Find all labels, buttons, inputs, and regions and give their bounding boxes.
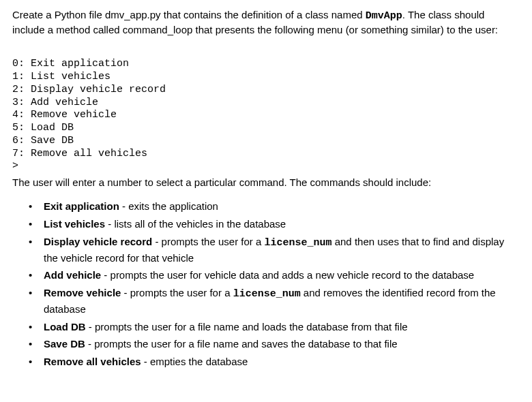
list-item: Add vehicle - prompts the user for vehic… bbox=[44, 268, 520, 283]
command-name: Load DB bbox=[44, 321, 86, 333]
list-item: Exit application - exits the application bbox=[44, 199, 520, 214]
command-desc: - lists all of the vehicles in the datab… bbox=[105, 218, 286, 230]
list-item: Remove all vehicles - empties the databa… bbox=[44, 354, 520, 369]
list-item: Save DB - prompts the user for a file na… bbox=[44, 337, 520, 352]
menu-line-6: 6: Save DB bbox=[12, 135, 74, 146]
command-name: Save DB bbox=[44, 338, 85, 350]
classname-code: DmvApp bbox=[366, 10, 402, 22]
menu-line-2: 2: Display vehicle record bbox=[12, 84, 166, 95]
list-item: Remove vehicle - prompts the user for a … bbox=[44, 285, 520, 317]
command-name: Display vehicle record bbox=[44, 236, 152, 247]
list-item: List vehicles - lists all of the vehicle… bbox=[44, 217, 520, 232]
command-desc: - prompts the user for vehicle data and … bbox=[101, 269, 474, 281]
command-desc: - exits the application bbox=[119, 200, 218, 212]
intro-paragraph: Create a Python file dmv_app.py that con… bbox=[12, 8, 520, 37]
license-num-code: license_num bbox=[264, 237, 331, 249]
menu-line-0: 0: Exit application bbox=[12, 58, 129, 69]
menu-line-7: 7: Remove all vehicles bbox=[12, 148, 147, 159]
menu-line-3: 3: Add vehicle bbox=[12, 97, 98, 108]
command-desc: - empties the database bbox=[141, 356, 248, 367]
list-item: Display vehicle record - prompts the use… bbox=[44, 234, 520, 266]
command-desc: - prompts the user for a file name and s… bbox=[85, 338, 398, 350]
menu-prompt: > bbox=[12, 160, 18, 172]
after-menu-text: The user will enter a number to select a… bbox=[12, 176, 520, 189]
menu-line-5: 5: Load DB bbox=[12, 122, 74, 134]
list-item: Load DB - prompts the user for a file na… bbox=[44, 320, 520, 335]
intro-text-1: Create a Python file dmv_app.py that con… bbox=[12, 9, 366, 20]
menu-block: 0: Exit application 1: List vehicles 2: … bbox=[12, 46, 520, 174]
command-name: Exit application bbox=[44, 200, 119, 212]
command-name: Remove all vehicles bbox=[44, 356, 141, 367]
command-name: List vehicles bbox=[44, 218, 105, 230]
license-num-code: license_num bbox=[233, 288, 301, 300]
command-desc-pre: - prompts the user for a bbox=[121, 287, 233, 298]
menu-line-1: 1: List vehicles bbox=[12, 71, 110, 82]
menu-line-4: 4: Remove vehicle bbox=[12, 109, 117, 121]
command-desc-pre: - prompts the user for a bbox=[152, 236, 264, 247]
command-name: Add vehicle bbox=[44, 269, 101, 281]
command-desc: - prompts the user for a file name and l… bbox=[86, 321, 408, 333]
command-name: Remove vehicle bbox=[44, 287, 121, 298]
commands-list: Exit application - exits the application… bbox=[12, 199, 520, 369]
